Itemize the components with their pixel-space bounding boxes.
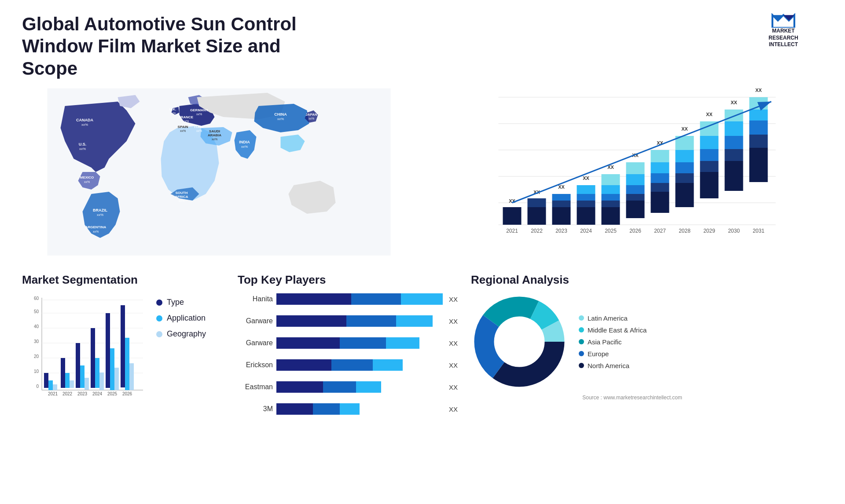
player-name-eastman: Eastman	[238, 383, 273, 391]
svg-rect-39	[577, 207, 595, 225]
saudi-arabia-label: SAUDI	[209, 129, 220, 133]
reg-legend-europe: Europe	[579, 350, 647, 358]
us-label: U.S.	[79, 142, 87, 146]
svg-rect-71	[725, 110, 743, 121]
player-garware2: Garware XX	[238, 337, 458, 349]
player-garware1: Garware XX	[238, 315, 458, 327]
svg-text:xx%: xx%	[277, 117, 284, 121]
svg-rect-57	[651, 192, 669, 213]
apac-dot	[579, 339, 584, 344]
svg-text:2026: 2026	[629, 228, 641, 234]
segmentation-title: Market Segmentation	[22, 273, 224, 287]
svg-text:xx%: xx%	[84, 180, 90, 183]
player-bar-garware1	[276, 315, 443, 327]
svg-rect-72	[725, 121, 743, 136]
legend-application-label: Application	[167, 314, 206, 323]
player-bar-hanita	[276, 293, 443, 305]
svg-text:60: 60	[34, 296, 39, 301]
india-label: INDIA	[239, 140, 250, 144]
svg-rect-49	[626, 185, 645, 194]
reg-legend-latin: Latin America	[579, 314, 647, 322]
svg-text:2025: 2025	[605, 228, 617, 234]
svg-rect-74	[725, 149, 743, 161]
svg-text:xx%: xx%	[79, 147, 86, 151]
svg-rect-133	[129, 363, 134, 390]
page-title: Global Automotive Sun Control Window Fil…	[22, 13, 330, 80]
svg-rect-29	[528, 198, 546, 207]
svg-rect-56	[651, 183, 669, 192]
type-dot	[156, 299, 162, 306]
player-bar-3m	[276, 403, 443, 415]
player-xx-erickson: XX	[449, 362, 458, 369]
svg-rect-61	[676, 162, 694, 173]
player-name-3m: 3M	[238, 405, 273, 413]
svg-text:XX: XX	[731, 100, 737, 105]
svg-rect-30	[528, 207, 546, 225]
svg-rect-80	[749, 135, 768, 148]
svg-text:2026: 2026	[122, 391, 132, 396]
svg-rect-128	[110, 348, 114, 390]
svg-rect-119	[76, 343, 80, 388]
svg-text:XX: XX	[681, 126, 688, 131]
svg-text:xx%: xx%	[93, 230, 99, 233]
svg-text:2028: 2028	[679, 228, 691, 234]
apac-label: Asia Pacific	[588, 338, 622, 346]
svg-rect-51	[626, 201, 645, 218]
svg-text:xx%: xx%	[180, 129, 186, 132]
na-label: North America	[588, 362, 629, 369]
world-map-svg: CANADA xx% U.S. xx% MEXICO xx% BRAZIL xx…	[22, 88, 416, 256]
player-bar-eastman	[276, 381, 443, 393]
svg-rect-62	[676, 173, 694, 183]
svg-rect-124	[95, 358, 99, 388]
svg-rect-125	[99, 373, 104, 390]
reg-legend-na: North America	[579, 362, 647, 369]
regional-title: Regional Analysis	[471, 273, 682, 287]
svg-text:30: 30	[34, 339, 39, 344]
svg-rect-45	[602, 207, 620, 225]
svg-rect-54	[651, 162, 669, 173]
donut-chart	[471, 293, 568, 390]
legend-type: Type	[156, 298, 206, 307]
map-section: CANADA xx% U.S. xx% MEXICO xx% BRAZIL xx…	[22, 88, 416, 264]
svg-rect-112	[48, 380, 53, 390]
svg-text:2023: 2023	[77, 391, 88, 396]
svg-text:xx%: xx%	[196, 129, 202, 132]
france-label: FRANCE	[179, 115, 194, 119]
svg-text:2022: 2022	[531, 228, 543, 234]
uk-label: U.K.	[169, 107, 176, 111]
player-name-hanita: Hanita	[238, 295, 273, 303]
svg-text:2027: 2027	[654, 228, 666, 234]
svg-text:2023: 2023	[555, 228, 567, 234]
svg-rect-44	[602, 201, 620, 207]
svg-rect-50	[626, 194, 645, 201]
segmentation-chart: 0 10 20 30 40 50 60	[22, 293, 145, 408]
svg-rect-115	[61, 358, 65, 388]
svg-rect-41	[602, 174, 620, 185]
svg-rect-129	[114, 368, 119, 390]
svg-rect-75	[725, 161, 743, 191]
legend-application: Application	[156, 314, 206, 323]
svg-text:XX: XX	[755, 88, 762, 93]
svg-text:xx%: xx%	[241, 145, 248, 149]
player-xx-hanita: XX	[449, 296, 458, 303]
player-xx-garware1: XX	[449, 318, 458, 325]
svg-rect-37	[577, 194, 595, 201]
svg-text:2030: 2030	[728, 228, 740, 234]
svg-rect-116	[65, 373, 70, 388]
svg-rect-47	[626, 162, 645, 174]
svg-text:XX: XX	[583, 175, 589, 181]
svg-text:0: 0	[36, 384, 39, 389]
bar-chart-section: XX XX XX XX	[429, 88, 823, 264]
logo-icon	[770, 13, 797, 28]
bottom-row: Market Segmentation 0 10 20 30 40 50 60	[22, 273, 823, 421]
china-label: CHINA	[274, 112, 287, 117]
player-xx-garware2: XX	[449, 340, 458, 347]
svg-text:2024: 2024	[580, 228, 592, 234]
latin-america-label: Latin America	[588, 314, 628, 322]
svg-text:xx%: xx%	[183, 120, 189, 123]
japan-label: JAPAN	[305, 113, 317, 117]
svg-rect-131	[121, 305, 125, 387]
svg-rect-66	[700, 136, 719, 149]
player-bar-garware2	[276, 337, 443, 349]
svg-text:ARABIA: ARABIA	[208, 133, 221, 137]
